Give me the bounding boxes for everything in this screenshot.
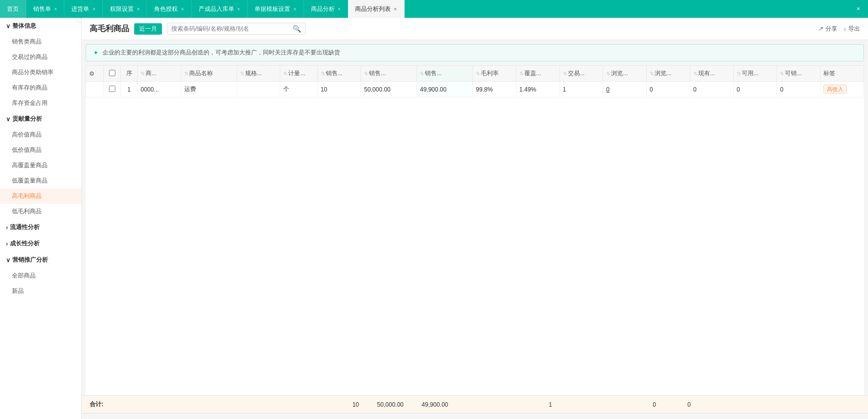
cell-code: 0000... <box>138 82 181 97</box>
footer-sale-amount: 50,000.00 <box>362 401 407 408</box>
sidebar-item-high-coverage[interactable]: 高覆盖量商品 <box>0 158 81 173</box>
sort-icon-gm: ⇅ <box>476 71 480 76</box>
time-filter-button[interactable]: 近一月 <box>134 23 162 35</box>
export-button[interactable]: ↓ 导出 <box>843 25 860 33</box>
sidebar-item-low-coverage[interactable]: 低覆盖量商品 <box>0 173 81 188</box>
sort-icon-unit: ⇅ <box>283 71 287 76</box>
cell-trade: 1 <box>560 82 603 97</box>
sidebar-group-growth[interactable]: › 成长性分析 <box>0 235 81 252</box>
sidebar-item-sales-goods[interactable]: 销售类商品 <box>0 34 81 49</box>
sidebar-group-marketing-items: 全部商品 新品 <box>0 268 81 299</box>
col-sale-profit[interactable]: ⇅销售... <box>417 66 473 82</box>
horizontal-scrollbar[interactable] <box>82 413 868 419</box>
footer-current: 0 <box>624 401 659 408</box>
col-name[interactable]: ⇅商品名称 <box>181 66 237 82</box>
table-row: 1 0000... 运费 个 <box>86 82 864 97</box>
sidebar-item-high-margin[interactable]: 高毛利商品 <box>0 188 81 204</box>
search-box: 🔍 <box>167 23 306 35</box>
col-code[interactable]: ⇅商... <box>138 66 181 82</box>
nav-product-inbound[interactable]: 产成品入库单 × <box>192 0 248 18</box>
select-all-checkbox[interactable] <box>109 70 115 76</box>
close-role-auth[interactable]: × <box>181 6 184 12</box>
window-close-button[interactable]: × <box>849 0 868 18</box>
footer-trade: 1 <box>520 401 555 408</box>
cell-sale-profit: 49,900.00 <box>417 82 473 97</box>
sidebar-item-traded-goods[interactable]: 交易过的商品 <box>0 49 81 65</box>
col-trade[interactable]: ⇅交易... <box>560 66 603 82</box>
sidebar-group-liquidity[interactable]: › 流通性分析 <box>0 219 81 235</box>
col-browse1[interactable]: ⇅浏览... <box>603 66 647 82</box>
close-product-analysis-list[interactable]: × <box>394 6 397 12</box>
row-checkbox[interactable] <box>109 86 115 92</box>
col-tag[interactable]: 标签 <box>820 66 864 82</box>
content-area: 高毛利商品 近一月 🔍 ↗ 分享 ↓ 导出 ✦ 企业的主 <box>82 18 868 419</box>
page-title: 高毛利商品 <box>90 24 129 34</box>
tag-badge: 高收入 <box>823 85 847 93</box>
cell-current-stock: 0 <box>690 82 733 97</box>
col-unit[interactable]: ⇅计量... <box>280 66 317 82</box>
cell-browse1[interactable]: 0 <box>603 82 647 97</box>
nav-role-auth[interactable]: 角色授权 × <box>147 0 191 18</box>
col-sale-amount[interactable]: ⇅销售... <box>361 66 417 82</box>
sidebar-item-stocked-goods[interactable]: 有库存的商品 <box>0 80 81 95</box>
nav-purchase-order[interactable]: 进货单 × <box>64 0 102 18</box>
info-banner: ✦ 企业的主要的利润都是这部分商品创造的，可考虑加大推广，同时关注库存是不要出现… <box>86 44 864 61</box>
group-arrow-liquidity: › <box>6 224 8 231</box>
col-num: 序 <box>121 66 138 82</box>
cell-checkbox <box>104 82 121 97</box>
sort-icon-name: ⇅ <box>184 71 188 76</box>
cell-name: 运费 <box>181 82 237 97</box>
sidebar-group-contribution[interactable]: ∨ 贡献量分析 <box>0 111 81 127</box>
sidebar-group-marketing[interactable]: ∨ 营销推广分析 <box>0 252 81 268</box>
sidebar-item-high-value[interactable]: 高价值商品 <box>0 127 81 142</box>
col-sellable-stock[interactable]: ⇅可销... <box>777 66 820 82</box>
sort-icon: ⇅ <box>141 71 145 76</box>
sort-icon-saleamt: ⇅ <box>364 71 368 76</box>
nav-product-analysis-list[interactable]: 商品分析列表 × <box>348 0 404 18</box>
info-icon: ✦ <box>93 49 99 56</box>
search-input[interactable] <box>171 25 293 32</box>
sort-icon-b2: ⇅ <box>650 71 654 76</box>
cell-sale-qty: 10 <box>317 82 361 97</box>
share-button[interactable]: ↗ 分享 <box>818 25 837 33</box>
nav-product-analysis[interactable]: 商品分析 × <box>304 0 348 18</box>
col-coverage[interactable]: ⇅覆盖... <box>516 66 560 82</box>
cell-spec <box>237 82 280 97</box>
col-browse2[interactable]: ⇅浏览... <box>647 66 690 82</box>
sidebar-item-new-goods[interactable]: 新品 <box>0 283 81 299</box>
cell-sellable-stock: 0 <box>777 82 820 97</box>
cell-browse2: 0 <box>647 82 690 97</box>
col-spec[interactable]: ⇅规格... <box>237 66 280 82</box>
cell-coverage: 1.49% <box>516 82 560 97</box>
close-product-analysis[interactable]: × <box>338 6 341 12</box>
col-settings[interactable]: ⚙ <box>86 66 104 82</box>
sidebar-item-all-goods[interactable]: 全部商品 <box>0 268 81 283</box>
sidebar-item-inventory-funds[interactable]: 库存资金占用 <box>0 95 81 111</box>
sidebar-group-overall[interactable]: ∨ 整体信息 <box>0 18 81 34</box>
nav-template-settings[interactable]: 单据模板设置 × <box>248 0 304 18</box>
close-product-inbound[interactable]: × <box>237 6 240 12</box>
main-layout: « ∨ 整体信息 销售类商品 交易过的商品 商品分类助销率 有库存的商品 库存资… <box>0 18 868 419</box>
col-sale-qty[interactable]: ⇅销售... <box>317 66 361 82</box>
col-current-stock[interactable]: ⇅现有... <box>690 66 733 82</box>
footer-avail: 0 <box>659 401 694 408</box>
cell-settings <box>86 82 104 97</box>
nav-home[interactable]: 首页 <box>0 0 26 18</box>
search-button[interactable]: 🔍 <box>293 25 301 33</box>
nav-sales-order[interactable]: 销售单 × <box>26 0 64 18</box>
header-actions: ↗ 分享 ↓ 导出 <box>818 25 860 33</box>
close-sales-order[interactable]: × <box>54 6 57 12</box>
close-purchase-order[interactable]: × <box>92 6 95 12</box>
sidebar-item-category-rate[interactable]: 商品分类助销率 <box>0 65 81 80</box>
sidebar-group-contribution-items: 高价值商品 低价值商品 高覆盖量商品 低覆盖量商品 高毛利商品 低毛利商品 <box>0 127 81 219</box>
sidebar-item-low-margin[interactable]: 低毛利商品 <box>0 204 81 219</box>
col-gross-margin[interactable]: ⇅毛利率 <box>473 66 516 82</box>
group-arrow-marketing: ∨ <box>6 257 10 264</box>
export-icon: ↓ <box>843 25 846 32</box>
close-permission[interactable]: × <box>137 6 140 12</box>
sidebar-item-low-value[interactable]: 低价值商品 <box>0 142 81 158</box>
col-available-stock[interactable]: ⇅可用... <box>733 66 777 82</box>
group-arrow-contribution: ∨ <box>6 116 10 123</box>
nav-permission-settings[interactable]: 权限设置 × <box>103 0 147 18</box>
close-template[interactable]: × <box>293 6 296 12</box>
